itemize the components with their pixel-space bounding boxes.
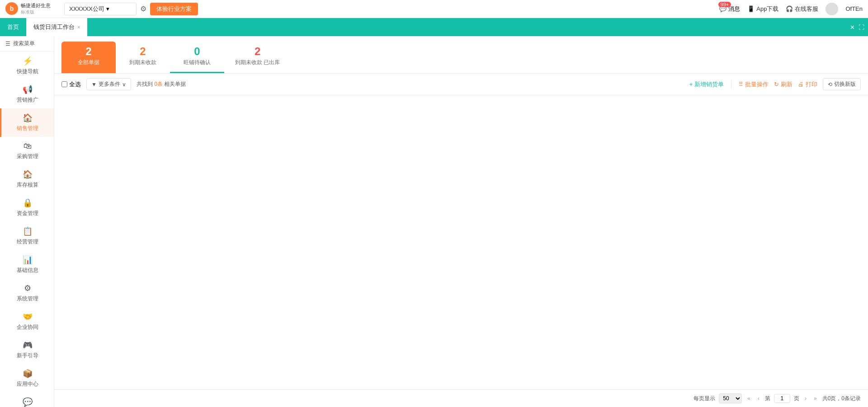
wechat-icon: 💬 xyxy=(23,397,33,407)
found-count: 0条 xyxy=(154,81,163,87)
pagination-bar: 每页显示 50 20 100 « ‹ 第 1 页 › » 共0页，0条记录 xyxy=(54,389,868,407)
tab-home[interactable]: 首页 xyxy=(0,18,26,36)
prev-page-button[interactable]: ‹ xyxy=(756,394,761,402)
select-all-checkbox[interactable]: 全选 xyxy=(61,80,81,89)
switch-icon: ⟲ xyxy=(828,81,832,88)
dropdown-icon: ∨ xyxy=(122,81,126,88)
filter-button[interactable]: ▼ 更多条件 ∨ xyxy=(86,78,131,90)
first-page-button[interactable]: « xyxy=(745,394,752,402)
sidebar-item-inventory[interactable]: 🏠 库存核算 xyxy=(0,165,54,193)
quick-nav-icon: ⚡ xyxy=(23,56,33,66)
select-all-input[interactable] xyxy=(61,81,67,87)
base-info-icon: 📊 xyxy=(23,255,33,265)
chevron-down-icon: ▾ xyxy=(106,5,109,12)
online-service-link[interactable]: 🎧 在线客服 xyxy=(786,5,818,13)
sidebar-item-operations[interactable]: 📋 经营管理 xyxy=(0,222,54,250)
sidebar-item-sales[interactable]: 🏠 销售管理 xyxy=(0,108,54,137)
sidebar-item-wechat[interactable]: 💬 企业微信 xyxy=(0,393,54,407)
cooperation-icon: 🤝 xyxy=(23,312,33,322)
tab-active[interactable]: 钱货日清工作台 × xyxy=(26,18,87,36)
company-name: XXXXXX公司 xyxy=(69,5,104,13)
system-icon: ⚙ xyxy=(24,283,31,293)
page-number-input[interactable]: 1 xyxy=(774,394,790,403)
sidebar-item-purchase[interactable]: 🛍 采购管理 xyxy=(0,137,54,165)
headset-icon: 🎧 xyxy=(786,5,793,12)
search-icon: ☰ xyxy=(5,41,10,47)
purchase-icon: 🛍 xyxy=(24,141,32,151)
message-badge: 99+ xyxy=(718,2,731,7)
last-page-button[interactable]: » xyxy=(812,394,819,402)
app-download-link[interactable]: 📱 App下载 xyxy=(747,5,778,13)
stat-num-pending: 0 xyxy=(194,45,200,58)
main-layout: ☰ 搜索菜单 ⚡ 快捷导航 📢 营销推广 🏠 销售管理 🛍 采购管理 🏠 库存核… xyxy=(0,36,868,407)
stat-num-all: 2 xyxy=(85,45,91,58)
toolbar-right: + 新增销货单 ⠿ 批量操作 ↻ 刷新 🖨 打印 ⟲ 切换新版 xyxy=(689,78,861,90)
stat-label-all: 全部单据 xyxy=(78,59,99,66)
total-label: 共0页，0条记录 xyxy=(822,395,861,402)
stat-tab-overdue-shipped[interactable]: 2 到期未收款 已出库 xyxy=(224,42,291,73)
batch-operation-button[interactable]: ⠿ 批量操作 xyxy=(739,80,769,89)
nav-tabs: 首页 钱货日清工作台 × ✕ ⛶ xyxy=(0,18,868,36)
stat-label-overdue: 到期未收款 xyxy=(129,59,156,66)
switch-version-button[interactable]: ⟲ 切换新版 xyxy=(823,78,861,90)
table-area xyxy=(54,95,868,389)
toolbar: 全选 ▼ 更多条件 ∨ 共找到 0条 相关单据 + 新增销货单 ⠿ 批量操作 ↻… xyxy=(54,74,868,95)
app-center-icon: 📦 xyxy=(23,369,33,379)
app-download-icon: 📱 xyxy=(747,5,755,12)
operations-icon: 📋 xyxy=(23,226,33,236)
sidebar-item-quick-nav[interactable]: ⚡ 快捷导航 xyxy=(0,51,54,80)
filter-icon: ▼ xyxy=(91,81,97,88)
per-page-select[interactable]: 50 20 100 xyxy=(719,393,742,403)
marketing-icon: 📢 xyxy=(23,84,33,94)
add-sales-order-button[interactable]: + 新增销货单 xyxy=(689,80,724,89)
stat-label-pending: 旺铺待确认 xyxy=(184,59,211,66)
inventory-icon: 🏠 xyxy=(23,169,33,179)
sidebar: ☰ 搜索菜单 ⚡ 快捷导航 📢 营销推广 🏠 销售管理 🛍 采购管理 🏠 库存核… xyxy=(0,36,54,407)
avatar-name: OfTEn xyxy=(845,5,863,12)
sidebar-item-finance[interactable]: 🔒 资金管理 xyxy=(0,193,54,222)
top-bar: b 畅捷通好生意 标准版 XXXXXX公司 ▾ ⚙ 体验行业方案 💬 99+ 消… xyxy=(0,0,868,18)
stat-tab-pending[interactable]: 0 旺铺待确认 xyxy=(170,42,224,73)
nav-expand-icon[interactable]: ⛶ xyxy=(859,24,864,31)
refresh-icon: ↻ xyxy=(774,81,779,88)
sidebar-item-system[interactable]: ⚙ 系统管理 xyxy=(0,279,54,307)
logo-icon: b xyxy=(5,2,18,15)
sidebar-item-marketing[interactable]: 📢 营销推广 xyxy=(0,80,54,108)
stat-num-overdue: 2 xyxy=(140,45,146,58)
logo-area: b 畅捷通好生意 标准版 xyxy=(5,2,60,15)
message-area[interactable]: 💬 99+ 消息 xyxy=(719,5,740,13)
settings-icon[interactable]: ⚙ xyxy=(140,5,146,13)
stat-num-overdue-shipped: 2 xyxy=(255,45,260,58)
top-right-area: 💬 99+ 消息 📱 App下载 🎧 在线客服 OfTEn xyxy=(719,3,863,15)
sidebar-item-base-info[interactable]: 📊 基础信息 xyxy=(0,250,54,279)
divider xyxy=(731,80,731,89)
page-label: 第 xyxy=(765,395,770,402)
nav-right-icons: ✕ ⛶ xyxy=(850,24,868,31)
page-label-end: 页 xyxy=(794,395,799,402)
stat-label-overdue-shipped: 到期未收款 已出库 xyxy=(235,59,280,66)
print-icon: 🖨 xyxy=(798,81,804,88)
sales-icon: 🏠 xyxy=(23,113,33,123)
batch-icon: ⠿ xyxy=(739,81,743,88)
avatar[interactable] xyxy=(826,3,838,15)
finance-icon: 🔒 xyxy=(23,198,33,208)
found-text: 共找到 0条 相关单据 xyxy=(137,80,186,88)
nav-close-icon[interactable]: ✕ xyxy=(850,24,855,31)
sidebar-item-guide[interactable]: 🎮 新手引导 xyxy=(0,336,54,364)
guide-icon: 🎮 xyxy=(23,340,33,350)
sidebar-item-cooperation[interactable]: 🤝 企业协同 xyxy=(0,307,54,336)
tab-close-icon[interactable]: × xyxy=(77,24,80,30)
trial-button[interactable]: 体验行业方案 xyxy=(150,3,198,15)
stats-bar: 2 全部单据 2 到期未收款 0 旺铺待确认 2 到期未收款 已出库 xyxy=(54,36,868,74)
search-menu[interactable]: ☰ 搜索菜单 xyxy=(0,36,54,51)
company-selector[interactable]: XXXXXX公司 ▾ xyxy=(64,3,137,15)
app-badge: 标准版 xyxy=(21,9,51,15)
refresh-button[interactable]: ↻ 刷新 xyxy=(774,80,793,89)
stat-tab-all[interactable]: 2 全部单据 xyxy=(61,42,116,73)
content-area: 2 全部单据 2 到期未收款 0 旺铺待确认 2 到期未收款 已出库 全选 xyxy=(54,36,868,407)
per-page-label: 每页显示 xyxy=(693,395,715,402)
stat-tab-overdue[interactable]: 2 到期未收款 xyxy=(116,42,170,73)
print-button[interactable]: 🖨 打印 xyxy=(798,80,817,89)
sidebar-item-app-center[interactable]: 📦 应用中心 xyxy=(0,364,54,393)
next-page-button[interactable]: › xyxy=(803,394,808,402)
